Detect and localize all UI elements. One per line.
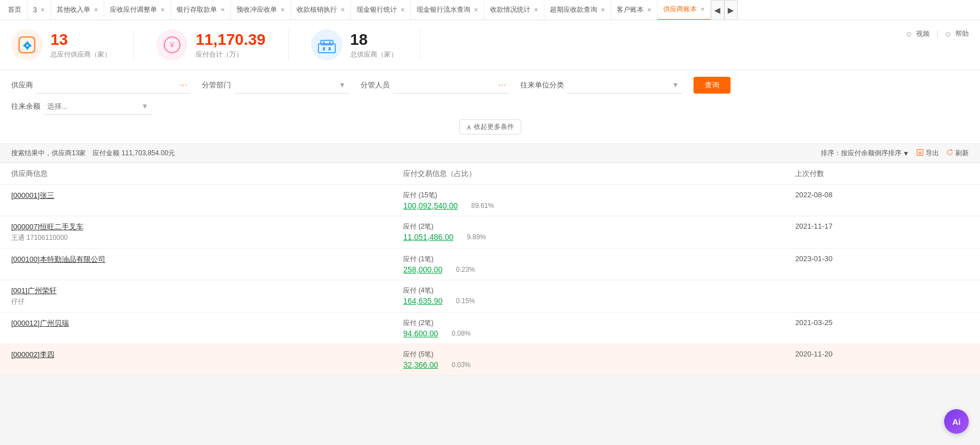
chevron-down-icon4: ▼ [903, 150, 909, 157]
last-payment-cell [784, 280, 980, 313]
stat-item-all-suppliers: 18 总供应商（家） [311, 29, 420, 61]
table-row: [000100]本特勤油品有限公司应付 (1笔)258,000.000.23%2… [0, 249, 980, 280]
transaction-cell: 应付 (15笔)100,092,540.0089.61% [392, 185, 784, 216]
stats-bar: 💠 13 总应付供应商（家） ¥ 11,170.39 应付合计（万） [0, 20, 980, 70]
toolbar-left: 搜索结果中，供应商13家 应付金额 111,703,854.00元 [11, 149, 175, 158]
nav-tab-adjust[interactable]: 应收应付调整单 ✕ [104, 0, 171, 20]
sort-button[interactable]: 排序：按应付余额倒序排序 ▼ [821, 149, 909, 158]
last-payment-cell: 2020-11-20 [784, 344, 980, 376]
nav-tab-customer[interactable]: 客户账本 ✕ [611, 0, 658, 20]
amount-link[interactable]: 11,051,486.00 [403, 233, 454, 242]
nav-right-arrow[interactable]: ▶ [724, 0, 738, 20]
stat-label-all: 总供应商（家） [350, 50, 397, 59]
close-icon[interactable]: ✕ [534, 7, 538, 13]
dept-input[interactable] [238, 77, 339, 94]
chevron-down-icon3[interactable]: ▼ [141, 102, 149, 110]
person-input[interactable] [396, 77, 497, 94]
table-row: [001]广州荣轩仔仔应付 (4笔)164,635.900.15% [0, 280, 980, 313]
stat-icon-payable: 💠 [11, 29, 43, 61]
nav-left-arrow[interactable]: ◀ [711, 0, 724, 20]
supplier-link[interactable]: [001]广州荣轩 [11, 286, 57, 295]
nav-tab-bank[interactable]: 银行存取款单 ✕ [171, 0, 231, 20]
supplier-input[interactable] [40, 77, 179, 94]
supplier-cell: [000100]本特勤油品有限公司 [0, 249, 392, 280]
dept-input-wrap: ▼ [234, 77, 349, 94]
help-link[interactable]: 帮助 [955, 29, 969, 39]
nav-tab-receipt-stat-label: 收款情况统计 [490, 5, 530, 15]
supplier-link[interactable]: [000001]张三 [11, 191, 54, 200]
export-button[interactable]: 导出 [916, 149, 939, 158]
chevron-up-icon: ∧ [466, 123, 471, 131]
balance-select[interactable] [47, 102, 141, 110]
sort-label: 排序：按应付余额倒序排序 [821, 149, 902, 158]
close-icon[interactable]: ✕ [280, 7, 285, 13]
percent-value: 0.08% [451, 330, 470, 337]
table-row: [000002]李四应付 (5笔)32,366.000.03%2020-11-2… [0, 344, 980, 376]
filter-item-dept: 分管部门 ▼ [202, 77, 349, 94]
close-icon[interactable]: ✕ [647, 7, 651, 13]
nav-tab-3[interactable]: 3 ✕ [27, 0, 51, 20]
dept-label: 分管部门 [202, 80, 231, 90]
last-payment-date: 2021-11-17 [795, 222, 833, 230]
percent-value: 89.61% [471, 202, 494, 210]
nav-tab-bank-label: 银行存取款单 [177, 5, 217, 15]
supplier-link[interactable]: [000002]李四 [11, 350, 54, 359]
percent-value: 9.89% [467, 233, 486, 241]
close-icon[interactable]: ✕ [474, 7, 478, 13]
supplier-dots-icon[interactable]: ··· [180, 80, 187, 90]
close-icon[interactable]: ✕ [94, 7, 98, 13]
chevron-down-icon2[interactable]: ▼ [672, 81, 679, 89]
percent-value: 0.03% [451, 361, 470, 369]
close-icon[interactable]: ✕ [400, 7, 405, 13]
close-icon[interactable]: ✕ [600, 7, 605, 13]
amount-link[interactable]: 94,600.00 [403, 329, 438, 338]
refresh-button[interactable]: 刷新 [946, 149, 969, 158]
nav-tab-cash-query[interactable]: 现金银行流水查询 ✕ [411, 0, 484, 20]
chevron-down-icon[interactable]: ▼ [339, 81, 346, 89]
nav-tab-adjust-label: 应收应付调整单 [110, 5, 157, 15]
last-payment-date: 2022-08-08 [795, 191, 833, 199]
close-icon[interactable]: ✕ [160, 7, 165, 13]
nav-tab-supplier-label: 供应商账本 [663, 4, 697, 14]
stat-text-total: 11,170.39 应付合计（万） [196, 30, 266, 60]
collapse-button[interactable]: ∧ 收起更多条件 [459, 119, 521, 135]
circle-icon: ⊙ [906, 30, 912, 38]
percent-value: 0.23% [456, 266, 475, 274]
nav-tab-overdue[interactable]: 超期应收款查询 ✕ [544, 0, 611, 20]
nav-tab-prepay[interactable]: 预收冲应收单 ✕ [231, 0, 291, 20]
close-icon[interactable]: ✕ [40, 7, 45, 13]
supplier-link[interactable]: [000100]本特勤油品有限公司 [11, 255, 105, 263]
table-body: [000001]张三应付 (15笔)100,092,540.0089.61%20… [0, 185, 980, 376]
video-link[interactable]: 视频 [916, 29, 930, 39]
category-input[interactable] [571, 77, 672, 94]
stat-label-total: 应付合计（万） [196, 50, 266, 59]
nav-tab-home[interactable]: 首页 [2, 0, 27, 20]
close-icon[interactable]: ✕ [220, 7, 225, 13]
transaction-cell: 应付 (1笔)258,000.000.23% [392, 249, 784, 280]
stat-text-payable: 13 总应付供应商（家） [50, 30, 111, 60]
supplier-link[interactable]: [000012]广州贝瑞 [11, 319, 69, 327]
close-icon[interactable]: ✕ [340, 7, 345, 13]
supplier-cell: [001]广州荣轩仔仔 [0, 280, 392, 313]
close-icon[interactable]: ✕ [700, 6, 705, 12]
nav-tab-receipt-stat[interactable]: 收款情况统计 ✕ [484, 0, 544, 20]
nav-tab-verify[interactable]: 收款核销执行 ✕ [291, 0, 351, 20]
svg-rect-7 [329, 47, 331, 50]
category-label: 往来单位分类 [520, 80, 564, 90]
nav-tab-cash-stat[interactable]: 现金银行统计 ✕ [351, 0, 411, 20]
amount-link[interactable]: 32,366.00 [403, 360, 438, 369]
supplier-link[interactable]: [000007]恒旺二手叉车 [11, 222, 84, 231]
nav-tab-cash-query-label: 现金银行流水查询 [417, 5, 470, 15]
amount-link[interactable]: 100,092,540.00 [403, 201, 457, 210]
amount-link[interactable]: 258,000.00 [403, 265, 442, 274]
amount-link[interactable]: 164,635.90 [403, 296, 442, 305]
stat-item-suppliers-payable: 💠 13 总应付供应商（家） [11, 29, 134, 61]
search-button[interactable]: 查询 [694, 77, 731, 94]
nav-tab-home-label: 首页 [8, 5, 21, 15]
supplier-cell: [000007]恒旺二手叉车王通 17106110000 [0, 216, 392, 249]
person-dots-icon[interactable]: ··· [498, 80, 506, 90]
nav-tab-supplier[interactable]: 供应商账本 ✕ [658, 0, 711, 20]
data-table: 供应商信息 应付交易信息（占比） 上次付数 [000001]张三应付 (15笔)… [0, 163, 980, 376]
supplier-cell: [000001]张三 [0, 185, 392, 216]
nav-tab-other-income[interactable]: 其他收入单 ✕ [51, 0, 104, 20]
